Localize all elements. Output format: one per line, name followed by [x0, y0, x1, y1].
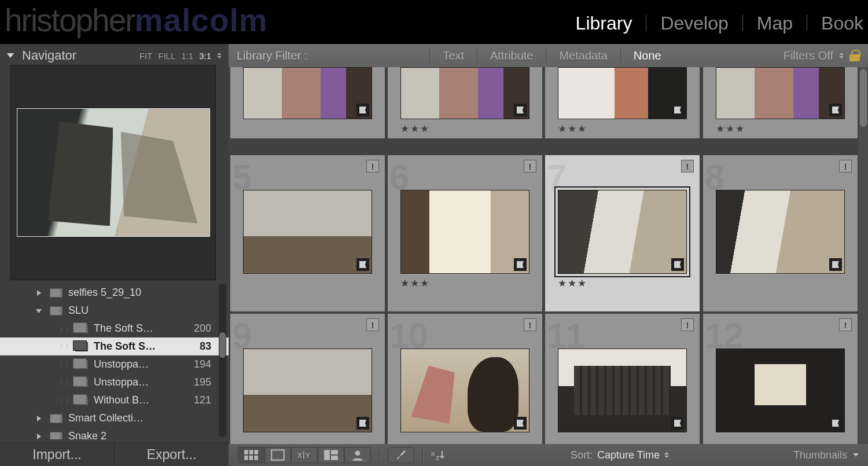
- collection-row[interactable]: ⋮⋮The Soft S…83: [0, 337, 229, 355]
- thumbnail[interactable]: [716, 190, 845, 274]
- scrollbar-thumb[interactable]: [219, 332, 226, 358]
- collection-row[interactable]: selfies 5_29_10: [0, 284, 229, 302]
- zoom-fit[interactable]: FIT: [139, 51, 153, 61]
- thumbnail[interactable]: [400, 67, 529, 119]
- rating-stars[interactable]: ★★★: [558, 277, 586, 289]
- has-keywords-badge-icon[interactable]: [514, 104, 527, 116]
- zoom-fill[interactable]: FILL: [158, 51, 175, 61]
- zoom-3-1[interactable]: 3:1: [199, 51, 211, 61]
- filter-text[interactable]: Text: [443, 49, 464, 63]
- sort-value[interactable]: Capture Time: [597, 449, 660, 461]
- thumbnail[interactable]: [243, 348, 372, 432]
- module-library[interactable]: Library: [576, 13, 632, 34]
- painter-tool-button[interactable]: [388, 447, 414, 463]
- grid-cell[interactable]: 8!: [703, 155, 858, 311]
- export-button[interactable]: Export...: [114, 443, 229, 466]
- has-keywords-badge-icon[interactable]: [356, 258, 369, 271]
- rating-stars[interactable]: ★★★: [400, 123, 429, 135]
- thumbnail[interactable]: [716, 67, 845, 119]
- disclosure-down-icon[interactable]: [34, 309, 44, 313]
- thumbnail[interactable]: [558, 67, 687, 119]
- zoom-stepper[interactable]: [217, 53, 222, 58]
- grid-cell[interactable]: 12!: [703, 314, 858, 444]
- thumbnail[interactable]: [400, 348, 529, 432]
- has-keywords-badge-icon[interactable]: [829, 258, 842, 271]
- navigator-header[interactable]: Navigator FIT FILL 1:1 3:1: [0, 44, 229, 67]
- collection-row[interactable]: ⋮⋮Unstoppa…194: [0, 355, 229, 373]
- navigator-preview[interactable]: [10, 65, 216, 280]
- grid-cell[interactable]: [230, 67, 385, 138]
- metadata-alert-icon[interactable]: !: [839, 160, 852, 173]
- zoom-1-1[interactable]: 1:1: [181, 51, 193, 61]
- filters-toggle[interactable]: Filters Off: [784, 49, 833, 63]
- thumbnail[interactable]: [243, 190, 372, 274]
- disclosure-right-icon[interactable]: [34, 290, 44, 296]
- has-keywords-badge-icon[interactable]: [829, 417, 842, 430]
- sort-control[interactable]: Sort: Capture Time: [571, 449, 669, 461]
- has-keywords-badge-icon[interactable]: [514, 258, 527, 271]
- title-bar: hristophermalcolm Library Develop Map Bo…: [0, 0, 868, 44]
- grid-cell[interactable]: 11!: [545, 314, 700, 444]
- disclosure-right-icon[interactable]: [34, 416, 44, 421]
- grid-cell[interactable]: 10!: [388, 314, 542, 444]
- scrollbar[interactable]: [859, 67, 868, 444]
- thumbnail[interactable]: [243, 67, 372, 119]
- import-button[interactable]: Import...: [0, 443, 114, 466]
- thumbnail[interactable]: [400, 190, 529, 274]
- filter-attribute[interactable]: Attribute: [490, 49, 533, 63]
- collection-row[interactable]: ⋮⋮The Soft S…200: [0, 320, 229, 337]
- filter-metadata[interactable]: Metadata: [559, 49, 607, 63]
- metadata-alert-icon[interactable]: !: [366, 160, 379, 173]
- filter-none[interactable]: None: [634, 49, 661, 63]
- chevron-down-icon[interactable]: [853, 453, 859, 457]
- separator: [477, 49, 477, 63]
- filters-preset-menu[interactable]: [839, 53, 844, 58]
- sort-direction-button[interactable]: az: [431, 447, 446, 463]
- people-view-button[interactable]: [344, 447, 371, 463]
- collection-row[interactable]: ⋮⋮Unstoppa…195: [0, 373, 229, 391]
- grid-cell[interactable]: 6!★★★: [388, 155, 542, 311]
- rating-stars[interactable]: ★★★: [558, 123, 586, 135]
- filter-lock-icon[interactable]: [849, 50, 860, 61]
- metadata-alert-icon[interactable]: !: [524, 160, 536, 173]
- metadata-alert-icon[interactable]: !: [839, 318, 852, 331]
- has-keywords-badge-icon[interactable]: [671, 417, 684, 430]
- thumbnail[interactable]: [558, 190, 687, 274]
- metadata-alert-icon[interactable]: !: [681, 318, 694, 331]
- collection-row[interactable]: Smart Collecti…: [0, 409, 229, 427]
- scrollbar[interactable]: [219, 284, 226, 437]
- grid-cell[interactable]: ★★★: [388, 67, 542, 138]
- has-keywords-badge-icon[interactable]: [356, 104, 369, 116]
- survey-view-button[interactable]: [318, 447, 344, 463]
- grid-cell[interactable]: 9!: [230, 314, 385, 444]
- grid-cell[interactable]: ★★★: [703, 67, 858, 138]
- has-keywords-badge-icon[interactable]: [356, 417, 369, 430]
- metadata-alert-icon[interactable]: !: [681, 160, 694, 173]
- has-keywords-badge-icon[interactable]: [514, 417, 527, 430]
- collection-row[interactable]: Snake 2: [0, 427, 229, 439]
- thumbnail[interactable]: [558, 348, 687, 432]
- module-map[interactable]: Map: [757, 13, 793, 34]
- module-book[interactable]: Book: [821, 13, 863, 34]
- zoom-levels: FIT FILL 1:1 3:1: [139, 51, 222, 61]
- grid-cell[interactable]: 5!: [230, 155, 385, 311]
- has-keywords-badge-icon[interactable]: [671, 104, 684, 116]
- grid-cell[interactable]: ★★★: [545, 67, 700, 138]
- has-keywords-badge-icon[interactable]: [671, 258, 684, 271]
- compare-view-button[interactable]: XY: [291, 447, 318, 463]
- thumbnail[interactable]: [716, 348, 845, 432]
- grid-view-button[interactable]: [238, 447, 264, 463]
- metadata-alert-icon[interactable]: !: [366, 318, 379, 331]
- rating-stars[interactable]: ★★★: [716, 123, 744, 135]
- module-develop[interactable]: Develop: [660, 13, 728, 34]
- has-keywords-badge-icon[interactable]: [829, 104, 842, 116]
- metadata-alert-icon[interactable]: !: [524, 318, 536, 331]
- rating-stars[interactable]: ★★★: [400, 277, 429, 289]
- collection-row[interactable]: ⋮⋮Without B…121: [0, 391, 229, 409]
- sort-menu-icon[interactable]: [664, 452, 669, 458]
- disclosure-down-icon[interactable]: [7, 53, 14, 58]
- loupe-view-button[interactable]: [264, 447, 291, 463]
- collection-row[interactable]: SLU: [0, 302, 229, 320]
- disclosure-right-icon[interactable]: [34, 434, 44, 439]
- grid-cell[interactable]: 7!★★★: [545, 155, 700, 311]
